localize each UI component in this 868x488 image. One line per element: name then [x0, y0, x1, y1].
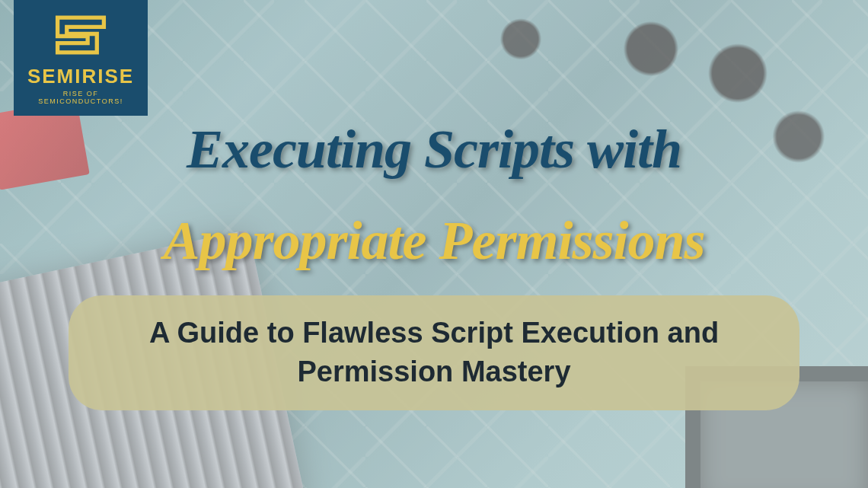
headline-line-2: Appropriate Permissions	[163, 213, 704, 268]
headline-line-1: Executing Scripts with	[187, 122, 681, 177]
subtitle-pill: A Guide to Flawless Script Execution and…	[69, 295, 799, 410]
subtitle-text: A Guide to Flawless Script Execution and…	[114, 314, 754, 392]
content-area: Executing Scripts with Appropriate Permi…	[0, 0, 868, 488]
hero-banner: SEMIRISE RISE OF SEMICONDUCTORS! Executi…	[0, 0, 868, 488]
